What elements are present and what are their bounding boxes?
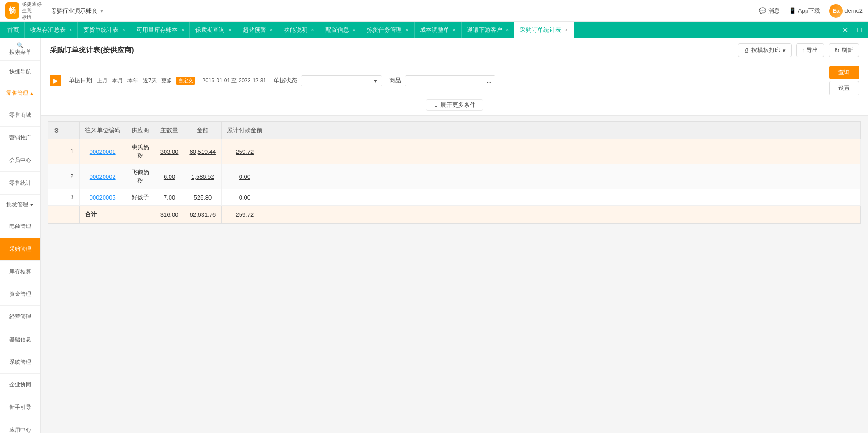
sidebar-item-purchase[interactable]: 采购管理 (0, 238, 40, 261)
tab-avail-stock[interactable]: 可用量库存账本 × (131, 22, 190, 38)
page-actions: 🖨 按模板打印 ▾ ↑ 导出 ↻ 刷新 (738, 43, 859, 57)
app-download-button[interactable]: 📱 App下载 (789, 7, 820, 15)
row-supplier-name: 好孩子 (126, 189, 155, 206)
export-button[interactable]: ↑ 导出 (796, 43, 825, 57)
row-paid-amount[interactable]: 259.72 (222, 139, 268, 164)
tab-close-all-button[interactable]: ✕ (840, 25, 851, 35)
page-title: 采购订单统计表(按供应商) (50, 46, 134, 55)
date-custom-tag[interactable]: 自定义 (176, 77, 195, 85)
tab-close-icon[interactable]: × (406, 28, 408, 33)
content-area: 采购订单统计表(按供应商) 🖨 按模板打印 ▾ ↑ 导出 ↻ 刷新 (41, 38, 868, 433)
sidebar-item-operations[interactable]: 经营管理 (0, 306, 40, 328)
row-amount[interactable]: 525.80 (184, 189, 222, 206)
sidebar-item-sys-mgmt[interactable]: 系统管理 (0, 351, 40, 374)
tab-close-icon[interactable]: × (353, 28, 355, 33)
table-footer-row: 合计 316.00 62,631.76 259.72 (48, 206, 861, 224)
sidebar: 🔍 搜索菜单 快捷导航 零售管理 ▲ 零售商城 营销推广 会员中心 零售统计 批… (0, 38, 41, 433)
tab-close-icon[interactable]: × (69, 28, 72, 33)
row-qty[interactable]: 303.00 (155, 139, 184, 164)
tab-purchase-stats[interactable]: 采购订单统计表 × (514, 22, 573, 38)
tab-cost-adjust[interactable]: 成本调整单 × (415, 22, 462, 38)
row-supplier-code[interactable]: 00020001 (79, 139, 126, 164)
filter-toggle-button[interactable]: ▶ (50, 75, 61, 86)
tab-receive-send[interactable]: 收发存汇总表 × (25, 22, 78, 38)
tab-func-desc[interactable]: 功能说明 × (278, 22, 320, 38)
tab-close-icon[interactable]: × (311, 28, 314, 33)
date-shortcut-7days[interactable]: 近7天 (142, 76, 158, 85)
tab-close-icon[interactable]: × (270, 28, 273, 33)
tab-home[interactable]: 首页 (2, 22, 25, 38)
sidebar-item-enterprise[interactable]: 企业协同 (0, 374, 40, 396)
message-label: 消息 (768, 7, 780, 15)
row-supplier-code[interactable]: 00020005 (79, 189, 126, 206)
print-button[interactable]: 🖨 按模板打印 ▾ (738, 43, 792, 57)
workspace-selector[interactable]: 母婴行业演示账套 ▾ (46, 7, 759, 15)
sidebar-item-retail-mgmt[interactable]: 零售管理 ▲ (0, 83, 40, 104)
tab-close-icon[interactable]: × (122, 28, 125, 33)
expand-more-button[interactable]: ⌄ 展开更多条件 (426, 99, 483, 111)
user-menu[interactable]: Ea demo2 (829, 4, 863, 18)
date-shortcut-this-month[interactable]: 本月 (111, 76, 124, 85)
top-right: 💬 消息 📱 App下载 Ea demo2 (759, 4, 863, 18)
filter-row: ▶ 单据日期 上月 本月 本年 近7天 更多 自定义 2016-01-01 至 … (50, 66, 859, 95)
arrow-right-icon: ▶ (53, 77, 58, 84)
tab-close-icon[interactable]: × (565, 28, 567, 33)
date-shortcut-last-month[interactable]: 上月 (96, 76, 108, 85)
sidebar-item-retail-stats[interactable]: 零售统计 (0, 172, 40, 195)
sidebar-item-stock[interactable]: 库存核算 (0, 261, 40, 283)
footer-paid-cell: 259.72 (222, 206, 268, 224)
tab-pick-task[interactable]: 拣货任务管理 × (361, 22, 414, 38)
query-button[interactable]: 查询 (829, 66, 859, 79)
goods-input[interactable] (409, 77, 485, 84)
sidebar-item-new-guide[interactable]: 新手引导 (0, 396, 40, 419)
row-qty[interactable]: 7.00 (155, 189, 184, 206)
sidebar-item-search[interactable]: 🔍 搜索菜单 (0, 38, 40, 61)
sidebar-item-ecommerce[interactable]: 电商管理 (0, 215, 40, 238)
message-button[interactable]: 💬 消息 (759, 7, 780, 15)
tab-close-icon[interactable]: × (506, 28, 509, 33)
chevron-down-icon: ▼ (29, 202, 34, 207)
footer-settings-cell (48, 206, 65, 224)
sidebar-item-wholesale[interactable]: 批发管理 ▼ (0, 195, 40, 215)
main-layout: 🔍 搜索菜单 快捷导航 零售管理 ▲ 零售商城 营销推广 会员中心 零售统计 批… (0, 38, 868, 433)
sidebar-item-finance[interactable]: 资金管理 (0, 283, 40, 306)
row-amount[interactable]: 1,586.52 (184, 164, 222, 189)
row-seq: 3 (65, 189, 80, 206)
sidebar-item-marketing[interactable]: 营销推广 (0, 127, 40, 149)
sidebar-item-app-center[interactable]: 应用中心 (0, 419, 40, 433)
row-paid-amount[interactable]: 0.00 (222, 189, 268, 206)
tab-close-icon[interactable]: × (228, 28, 231, 33)
goods-more-icon[interactable]: ... (486, 77, 491, 84)
tab-config-info[interactable]: 配置信息 × (320, 22, 361, 38)
tab-shelf-life[interactable]: 保质期查询 × (190, 22, 237, 38)
filter-group-date: 单据日期 上月 本月 本年 近7天 更多 自定义 (69, 76, 195, 85)
export-icon: ↑ (802, 47, 805, 54)
date-shortcut-more[interactable]: 更多 (160, 76, 173, 85)
col-amount: 金额 (184, 122, 222, 139)
row-paid-amount[interactable]: 0.00 (222, 164, 268, 189)
row-supplier-code[interactable]: 00020002 (79, 164, 126, 189)
avatar: Ea (829, 4, 843, 18)
sidebar-item-basic-info[interactable]: 基础信息 (0, 328, 40, 351)
sidebar-item-retail-shop[interactable]: 零售商城 (0, 104, 40, 127)
sidebar-item-member[interactable]: 会员中心 (0, 149, 40, 172)
tab-close-icon[interactable]: × (453, 28, 456, 33)
status-select[interactable]: ▾ (301, 75, 382, 86)
col-settings[interactable]: ⚙ (48, 122, 65, 139)
date-shortcut-this-year[interactable]: 本年 (127, 76, 139, 85)
message-icon: 💬 (759, 7, 766, 14)
date-range-value: 2016-01-01 至 2023-12-31 (203, 77, 266, 85)
sidebar-item-quick-nav[interactable]: 快捷导航 (0, 61, 40, 83)
row-qty[interactable]: 6.00 (155, 164, 184, 189)
printer-icon: 🖨 (744, 47, 750, 54)
tab-goods-stats[interactable]: 要货单统计表 × (78, 22, 131, 38)
settings-button[interactable]: 设置 (829, 81, 859, 95)
row-amount[interactable]: 60,519.44 (184, 139, 222, 164)
refresh-button[interactable]: ↻ 刷新 (829, 43, 859, 57)
tab-maximize-button[interactable]: □ (854, 25, 864, 35)
status-chevron-icon: ▾ (374, 77, 377, 84)
tab-overstock[interactable]: 超储预警 × (237, 22, 278, 38)
tab-close-icon[interactable]: × (181, 28, 184, 33)
col-supplier-name: 供应商 (126, 122, 155, 139)
tab-invite-client[interactable]: 邀请下游客户 × (462, 22, 514, 38)
